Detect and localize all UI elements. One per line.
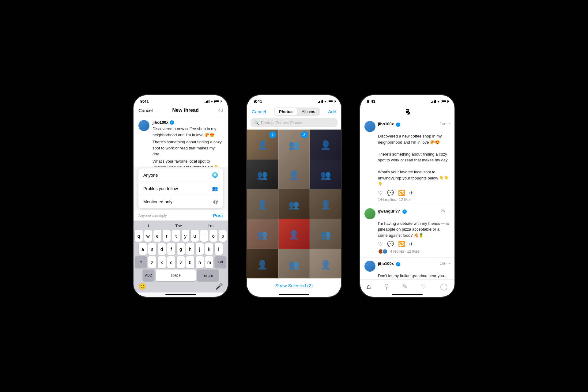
thread-char-count: 43	[218, 108, 223, 113]
nav-profile[interactable]: ◯	[440, 283, 448, 291]
reply-hint: Anyone can reply	[138, 213, 167, 218]
key-x[interactable]: x	[158, 256, 166, 268]
share-icon-1[interactable]: ✈	[409, 190, 414, 196]
key-p[interactable]: p	[219, 230, 227, 242]
key-r[interactable]: r	[163, 230, 171, 242]
repost-icon-1[interactable]: 🔁	[398, 190, 405, 196]
photo-cell-14[interactable]: 👥	[278, 249, 309, 278]
key-s[interactable]: s	[148, 243, 156, 255]
key-n[interactable]: n	[196, 256, 204, 268]
photo-cell-7[interactable]: 👤	[247, 189, 278, 220]
key-g[interactable]: g	[177, 243, 185, 255]
like-icon-2[interactable]: ♡	[378, 241, 383, 247]
share-icon-2[interactable]: ✈	[409, 241, 414, 247]
feed-more-3[interactable]: ···	[446, 261, 450, 266]
nav-home[interactable]: ⌂	[367, 283, 371, 291]
key-e[interactable]: e	[153, 230, 161, 242]
threads-logo[interactable]	[360, 105, 454, 118]
key-q[interactable]: q	[135, 230, 143, 242]
key-m[interactable]: m	[205, 256, 213, 268]
post-button[interactable]: Post	[213, 213, 223, 218]
delete-key[interactable]: ⌫	[215, 256, 226, 268]
key-j[interactable]: j	[196, 243, 204, 255]
comment-icon-2[interactable]: 💬	[387, 241, 394, 247]
feed-username-2[interactable]: gwangurl77	[378, 209, 400, 213]
key-y[interactable]: y	[182, 230, 190, 242]
feed-avatar-2[interactable]	[364, 208, 375, 219]
repost-icon-2[interactable]: 🔁	[398, 241, 405, 247]
feed-avatar-1[interactable]	[364, 121, 375, 132]
photo-cell-2[interactable]: 👥 2	[278, 130, 309, 160]
key-c[interactable]: c	[167, 256, 175, 268]
nav-heart[interactable]: ♡	[421, 283, 427, 291]
thread-header: Cancel New thread 43	[134, 105, 228, 116]
photos-add-button[interactable]: Add	[328, 109, 336, 114]
suggestion-3[interactable]: I'm	[208, 224, 213, 228]
photo-cell-8[interactable]: 👥	[278, 189, 309, 220]
reply-option-follow[interactable]: Profiles you follow 👥	[138, 182, 223, 195]
photo-cell-4[interactable]: 👥	[247, 160, 278, 190]
emoji-icon[interactable]: 🙂	[136, 283, 149, 290]
cancel-button[interactable]: Cancel	[138, 108, 153, 113]
feed-time-1: 1m	[440, 122, 445, 126]
photos-search-bar[interactable]: 🔍 Photos, People, Places...	[251, 118, 337, 127]
battery-icon-photos	[328, 100, 334, 103]
feed-username-1[interactable]: jiho100x	[378, 122, 394, 126]
key-z[interactable]: z	[148, 256, 156, 268]
key-k[interactable]: k	[205, 243, 213, 255]
photos-search-placeholder: Photos, People, Places...	[261, 120, 305, 125]
photo-cell-9[interactable]: 👤	[310, 189, 341, 220]
feed-username-3[interactable]: jiho100x	[378, 261, 394, 266]
key-v[interactable]: v	[177, 256, 185, 268]
key-l[interactable]: l	[215, 243, 223, 255]
tab-photos[interactable]: Photos	[275, 108, 297, 115]
status-time: 9:41	[140, 99, 149, 104]
photos-cancel-button[interactable]: Cancel	[252, 109, 266, 114]
photo-cell-3[interactable]: 👤	[310, 130, 341, 160]
suggestion-2[interactable]: The	[175, 224, 182, 228]
reply-avatar-2b	[382, 249, 388, 254]
reply-option-anyone[interactable]: Anyone 🌐	[138, 168, 223, 182]
photo-cell-12[interactable]: 👥	[310, 219, 341, 250]
key-b[interactable]: b	[186, 256, 194, 268]
photo-cell-15[interactable]: 👤	[310, 249, 341, 278]
key-f[interactable]: f	[167, 243, 175, 255]
return-key[interactable]: return	[197, 270, 219, 281]
nav-search[interactable]: ⚲	[384, 283, 389, 291]
reply-option-mentioned[interactable]: Mentioned only @	[138, 195, 223, 208]
anyone-icon: 🌐	[212, 172, 218, 178]
shift-key[interactable]: ⇧	[135, 256, 147, 268]
verified-badge: ✓	[170, 120, 174, 125]
like-icon-1[interactable]: ♡	[378, 190, 383, 196]
photo-cell-6[interactable]: 👥	[310, 160, 341, 190]
feed-avatar-3[interactable]	[364, 261, 375, 272]
phone-feed: 9:41 ▾ jiho100x	[360, 95, 455, 297]
suggestion-1[interactable]: I	[148, 224, 149, 228]
key-w[interactable]: w	[144, 230, 152, 242]
key-u[interactable]: u	[191, 230, 199, 242]
photo-cell-11[interactable]: 👤	[278, 219, 309, 250]
key-t[interactable]: t	[172, 230, 180, 242]
photo-cell-10[interactable]: 👥	[247, 219, 278, 250]
key-a[interactable]: a	[139, 243, 147, 255]
key-d[interactable]: d	[158, 243, 166, 255]
status-icons: ▾	[205, 100, 221, 104]
space-key[interactable]: space	[156, 270, 196, 281]
tab-albums[interactable]: Albums	[297, 108, 319, 115]
key-o[interactable]: o	[209, 230, 217, 242]
key-h[interactable]: h	[186, 243, 194, 255]
photo-cell-13[interactable]: 👤	[247, 249, 278, 278]
mic-icon[interactable]: 🎤	[213, 283, 225, 290]
comment-icon-1[interactable]: 💬	[387, 190, 394, 196]
photo-cell-1[interactable]: 👤 1	[247, 130, 278, 160]
nav-compose[interactable]: ✎	[402, 283, 408, 291]
abc-key[interactable]: ABC	[143, 270, 154, 281]
post-text[interactable]: Discovered a new coffee shop in my neigh…	[153, 126, 223, 138]
key-i[interactable]: i	[200, 230, 208, 242]
feed-post-1: jiho100x ✓ 1m ··· Discovered a new coffe…	[360, 118, 454, 205]
feed-more-1[interactable]: ···	[446, 121, 450, 126]
feed-more-2[interactable]: ···	[446, 208, 450, 214]
reply-avatars-2	[378, 249, 388, 254]
show-selected-button[interactable]: Show Selected (2)	[247, 278, 341, 292]
photo-cell-5[interactable]: 👤	[278, 160, 309, 190]
